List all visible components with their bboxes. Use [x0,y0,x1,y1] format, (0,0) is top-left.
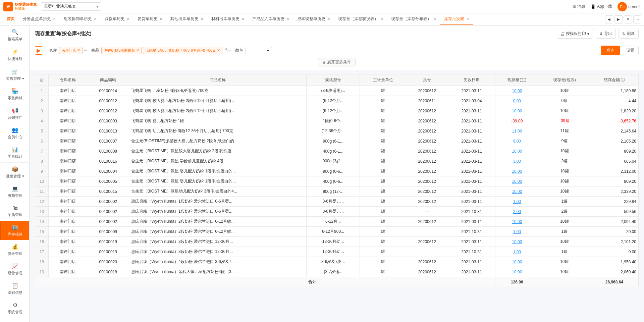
tab-inventory-dist[interactable]: 现存量（库存分布表） ✕ [387,13,440,25]
warehouse-more[interactable]: ... [84,47,87,54]
row-qty-main[interactable]: 10.00 [495,166,539,176]
sidebar-item-ecommerce[interactable]: 💻 电商管理 [0,182,29,202]
row-qty-main[interactable]: 1.00 [495,227,539,237]
color-label: 颜色 [235,48,243,53]
btn-query[interactable]: 查询 [601,46,620,55]
btn-setting[interactable]: 设置 [622,46,639,55]
close-icon[interactable]: ✕ [380,17,383,21]
row-num: 16 [35,237,49,247]
tab-close-btn[interactable]: ✕ [624,15,632,23]
sidebar-item-system[interactable]: ⚙ 系统管理 [0,299,29,318]
store-selector[interactable]: 母婴行业演示账套 ▾ [41,2,101,11]
warehouse-tag-1[interactable]: 南岸门店 ✕ [59,47,83,54]
row-qty-main[interactable]: 3.00 [495,156,539,166]
tab-menu-btn[interactable]: ⋯ [633,15,641,23]
sidebar-item-member[interactable]: 👥 会员中心 [0,123,29,143]
tab-fenpan[interactable]: 分量盘点单历史 ✕ [19,13,60,25]
sidebar-item-retail[interactable]: 🛒 零售管理 ▾ [0,65,29,85]
sidebar-item-shop[interactable]: 🏪 零售商城 [0,85,29,104]
close-icon[interactable]: ✕ [433,17,436,21]
summary-amount: 26,968.64 [590,277,638,287]
tab-outbound[interactable]: 其他出库单历史 ✕ [166,13,207,25]
tab-batch[interactable]: 库存批次账 ✕ [440,13,473,25]
tab-home[interactable]: 首页 [3,13,19,25]
tab-zuhe[interactable]: 组装拆卸单历史 ✕ [60,13,101,25]
row-qty-main[interactable]: 2.00 [495,207,539,217]
sidebar-item-finance[interactable]: 💰 资金管理 [0,240,29,260]
row-num: 4 [35,116,49,126]
sidebar-item-retail-stats[interactable]: 📊 零售统计 [0,143,29,162]
row-code: 00100012 [87,106,129,116]
tab-material[interactable]: 材料出库单历史 ✕ [207,13,248,25]
row-qty-main[interactable]: 1.00 [495,197,539,207]
row-expire: 2021-03-11 [448,166,495,176]
row-qty-main[interactable]: 10.00 [495,146,539,156]
row-qty-main[interactable]: 1.00 [495,247,539,257]
row-code: 00100002 [87,197,129,207]
sidebar-item-purchase[interactable]: 🛍 采购管理 [0,202,29,221]
row-qty-main[interactable]: 9.00 [495,136,539,146]
sidebar-item-wholesale[interactable]: 📦 批发管理 ▾ [0,162,29,182]
row-num: 19 [35,267,49,277]
goods-tag-1[interactable]: 飞鹤奶粉3段两提装 ✕ [101,47,142,54]
sidebar-item-search[interactable]: 🔍 搜索英单 [0,25,29,45]
close-icon[interactable]: ✕ [160,17,162,21]
sidebar-item-basic[interactable]: 📋 基础信息 [0,279,29,299]
row-qty-main[interactable]: 10.00 [495,176,539,186]
sidebar-item-enterprise[interactable]: 🏢 企业协同 [0,318,29,322]
tab-finished[interactable]: 产成品入库单历史 ✕ [248,13,293,25]
row-qty-main[interactable]: 10.00 [495,257,539,267]
row-spec: 400g (6-1... [306,146,360,156]
sidebar-label-stats: 零售统计 [8,154,22,159]
goods-tag-2[interactable]: 飞鹤星飞帆 儿童奶粉 4段(3-6岁适用) 700克 ✕ [143,47,222,54]
tab-diaobo[interactable]: 调拨单历史 ✕ [101,13,133,25]
goods-more[interactable]: 飞... [224,47,231,54]
row-qty-main[interactable]: -39.00 [495,116,539,126]
close-icon[interactable]: ✕ [286,17,289,21]
row-qty-main[interactable]: 10.00 [495,186,539,197]
remove-warehouse-tag[interactable]: ✕ [77,48,80,53]
user-menu[interactable]: Ea demo2 [618,2,641,11]
close-icon[interactable]: ✕ [127,17,129,21]
tab-prev-btn[interactable]: ◀ [605,15,613,23]
btn-export[interactable]: ⬇ 导出 [596,29,616,39]
color-dropdown[interactable]: ▾ [245,47,272,54]
row-unit: 罐 [360,237,406,247]
btn-refresh[interactable]: ↻ 刷新 [619,29,639,39]
expand-btn[interactable]: ⊞ 展开更多条件 [318,58,356,66]
tab-next-btn[interactable]: ▶ [614,15,623,23]
tab-cost[interactable]: 成本调整单历史 ✕ [293,13,334,25]
logo-area: 好 畅捷通好生意 标准版 [3,2,37,11]
color-arrow: ▾ [267,48,269,53]
row-qty-main[interactable]: 10.00 [495,267,539,277]
row-name: 飞鹤星飞帆 较大婴儿配方奶粉 2段(6-12个月婴幼儿适用) ... [129,96,307,106]
sidebar-item-operations[interactable]: 📈 经营管理 [0,260,29,279]
row-num: 6 [35,136,49,146]
row-qty-main[interactable]: 11.00 [495,126,539,136]
close-icon[interactable]: ✕ [466,17,469,21]
row-qty-main[interactable]: 0.00 [495,96,539,106]
close-icon[interactable]: ✕ [241,17,244,21]
filter-expand-arrow[interactable]: ▶ [35,46,42,55]
remove-goods-tag-1[interactable]: ✕ [136,48,139,53]
row-qty-main[interactable]: 10.00 [495,237,539,247]
tab-inventory-status[interactable]: 现存量（库存状况表） ✕ [334,13,387,25]
row-warehouse: 南岸门店 [49,136,87,146]
row-spec: (12-36个月... [306,126,360,136]
sidebar-item-quicknav[interactable]: ⚡ 快捷导航 [0,45,29,65]
app-download-btn[interactable]: 📱 App下载 [591,4,612,9]
btn-print[interactable]: 🖨 按模板打印 ▾ [557,29,593,39]
th-settings[interactable]: ⚙ [35,74,49,86]
close-icon[interactable]: ✕ [201,17,203,21]
close-icon[interactable]: ✕ [327,17,330,21]
close-icon[interactable]: ✕ [53,17,56,21]
row-qty-main[interactable]: 10.00 [495,217,539,227]
sidebar-item-marketing[interactable]: 📢 营销推广 [0,104,29,123]
remove-goods-tag-2[interactable]: ✕ [217,48,220,53]
row-qty-main[interactable]: 10.00 [495,106,539,116]
close-icon[interactable]: ✕ [94,17,97,21]
tab-yaohuo[interactable]: 要货单历史 ✕ [133,13,166,25]
sidebar-item-inventory[interactable]: 🏬 库存核算 [0,221,29,240]
row-qty-main[interactable]: 10.00 [495,86,539,96]
message-btn[interactable]: ✉ 消息 [573,4,585,9]
